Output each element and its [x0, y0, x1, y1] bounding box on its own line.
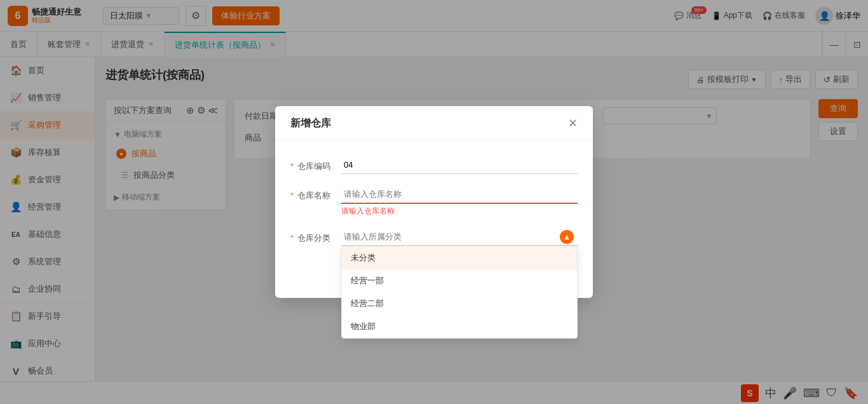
name-label: * 仓库名称: [290, 185, 341, 201]
category-dropdown-toggle[interactable]: ▲: [560, 230, 574, 244]
category-dropdown-list: 未分类 经营一部 经营二部 物业部: [341, 246, 578, 339]
modal-title: 新增仓库: [290, 117, 331, 130]
modal-close-button[interactable]: ✕: [568, 116, 578, 130]
name-error-msg: 请输入仓库名称: [341, 206, 578, 217]
dropdown-item-ops1[interactable]: 经营一部: [342, 269, 577, 292]
new-warehouse-modal: 新增仓库 ✕ * 仓库编码 * 仓库名称: [275, 106, 593, 298]
name-input[interactable]: [341, 185, 578, 204]
modal-header: 新增仓库 ✕: [275, 106, 593, 141]
form-row-code: * 仓库编码: [290, 156, 578, 174]
dropdown-item-ops2[interactable]: 经营二部: [342, 292, 577, 315]
form-row-category: * 仓库分类 ▲ 未分类 经营一部 经营二部 物业部: [290, 228, 578, 246]
code-input[interactable]: [341, 156, 578, 174]
form-row-name: * 仓库名称 请输入仓库名称: [290, 185, 578, 217]
modal-overlay: 新增仓库 ✕ * 仓库编码 * 仓库名称: [0, 0, 868, 404]
modal-body: * 仓库编码 * 仓库名称 请输入仓库名称: [275, 141, 593, 256]
code-label: * 仓库编码: [290, 156, 341, 172]
category-input[interactable]: [341, 228, 578, 246]
dropdown-item-unclassified[interactable]: 未分类: [342, 246, 577, 269]
dropdown-item-property[interactable]: 物业部: [342, 315, 577, 338]
category-label: * 仓库分类: [290, 228, 341, 244]
